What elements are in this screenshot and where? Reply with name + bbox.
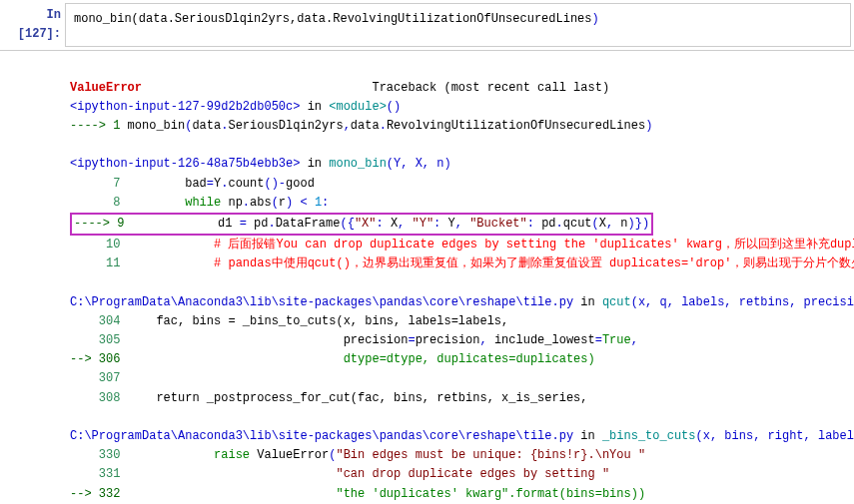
frame2-args: (Y, X, n)	[387, 157, 451, 171]
lineno-7: 7	[70, 177, 128, 191]
frame4-line330: raise ValueError("Bin edges must be uniq…	[128, 448, 646, 462]
frame1-func: <module>	[329, 100, 387, 114]
frame2-line7: bad=Y.count()-good	[128, 177, 315, 191]
frame2-line8: while np.abs(r) < 1:	[128, 196, 330, 210]
frame4-func: _bins_to_cuts	[602, 429, 696, 443]
frame3-func: qcut	[602, 295, 631, 309]
arrow-marker: ----> 9	[74, 217, 132, 231]
arrow-marker: ----> 1	[70, 119, 128, 133]
frame4-args: (x, bins, right, labels, precision, incl…	[696, 429, 854, 443]
frame3-args: (x, q, labels, retbins, precision, dupli…	[631, 295, 854, 309]
frame1-paren: ()	[387, 100, 401, 114]
lineno-304: 304	[70, 314, 128, 328]
frame2-line9: d1 = pd.DataFrame({"X": X, "Y": Y, "Buck…	[132, 217, 650, 231]
code-input[interactable]: mono_bin(data.SeriousDlqin2yrs,data.Revo…	[65, 3, 851, 47]
frame3-line306: dtype=dtype, duplicates=duplicates)	[128, 352, 595, 366]
code-line: mono_bin(data.SeriousDlqin2yrs,data.Revo…	[74, 12, 599, 26]
lineno-308: 308	[70, 391, 128, 405]
frame2-line10-comment: # 后面报错You can drop duplicate edges by se…	[128, 238, 854, 252]
lineno-10: 10	[70, 238, 128, 252]
highlighted-line-9: ----> 9 d1 = pd.DataFrame({"X": X, "Y": …	[70, 213, 653, 236]
frame4-loc: C:\ProgramData\Anaconda3\lib\site-packag…	[70, 429, 573, 443]
traceback-header: Traceback (most recent call last)	[372, 81, 609, 95]
frame3-line305: precision=precision, include_lowest=True…	[128, 333, 638, 347]
frame2-line11-comment: # pandas中使用qcut()，边界易出现重复值，如果为了删除重复值设置 d…	[128, 256, 854, 270]
frame3-line308: return _postprocess_for_cut(fac, bins, r…	[128, 391, 588, 405]
frame4-line331: "can drop duplicate edges by setting "	[128, 467, 610, 481]
frame3-loc: C:\ProgramData\Anaconda3\lib\site-packag…	[70, 295, 573, 309]
lineno-307: 307	[70, 371, 128, 385]
lineno-331: 331	[70, 467, 128, 481]
lineno-11: 11	[70, 256, 128, 270]
frame1-loc: <ipython-input-127-99d2b2db050c>	[70, 100, 300, 114]
error-name: ValueError	[70, 81, 142, 95]
frame2-loc: <ipython-input-126-48a75b4ebb3e>	[70, 157, 300, 171]
input-cell: In [127]: mono_bin(data.SeriousDlqin2yrs…	[0, 0, 854, 51]
frame4-line332: "the 'duplicates' kwarg".format(bins=bin…	[128, 487, 646, 501]
lineno-330: 330	[70, 448, 128, 462]
arrow-marker: --> 332	[70, 487, 128, 501]
output-traceback: ValueError Traceback (most recent call l…	[0, 51, 854, 504]
frame3-line304: fac, bins = _bins_to_cuts(x, bins, label…	[128, 314, 509, 328]
lineno-8: 8	[70, 196, 128, 210]
cell-prompt: In [127]:	[0, 0, 65, 50]
frame1-code: mono_bin(data.SeriousDlqin2yrs,data.Revo…	[128, 119, 653, 133]
frame2-func: mono_bin	[329, 157, 387, 171]
lineno-305: 305	[70, 333, 128, 347]
arrow-marker: --> 306	[70, 352, 128, 366]
